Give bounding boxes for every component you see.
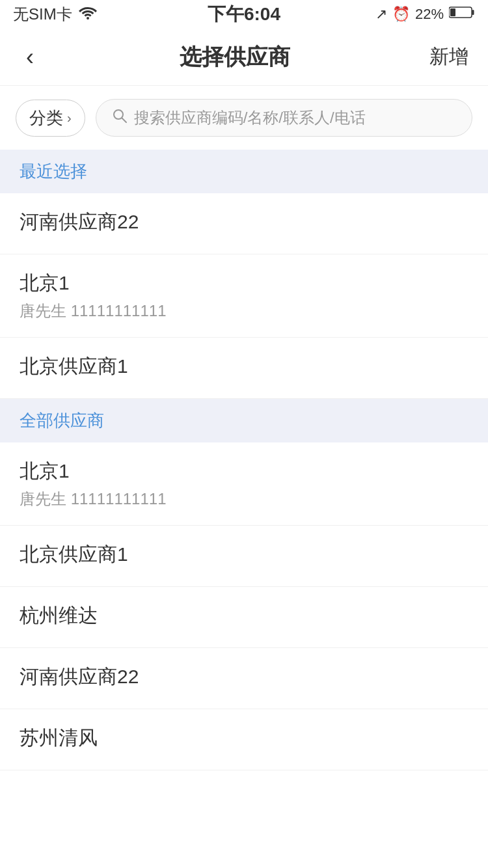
item-name: 杭州维达 bbox=[20, 603, 468, 629]
recent-items-list: 河南供应商22北京1唐先生 11111111111北京供应商1 bbox=[0, 193, 488, 399]
item-subtitle: 唐先生 11111111111 bbox=[20, 301, 468, 321]
status-bar: 无SIM卡 下午6:04 ↗ ⏰ 22% bbox=[0, 0, 488, 29]
recent-section-header: 最近选择 bbox=[0, 150, 488, 193]
item-name: 北京1 bbox=[20, 458, 468, 485]
back-button[interactable]: ‹ bbox=[20, 37, 40, 77]
item-name: 北京1 bbox=[20, 270, 468, 297]
nav-bar: ‹ 选择供应商 新增 bbox=[0, 29, 488, 86]
svg-rect-1 bbox=[472, 10, 474, 15]
list-item[interactable]: 河南供应商22 bbox=[0, 193, 488, 254]
item-name: 北京供应商1 bbox=[20, 353, 468, 380]
status-left: 无SIM卡 bbox=[13, 4, 97, 25]
search-placeholder: 搜索供应商编码/名称/联系人/电话 bbox=[134, 107, 366, 128]
page-title: 选择供应商 bbox=[180, 42, 290, 72]
list-item[interactable]: 北京供应商1 bbox=[0, 526, 488, 587]
chevron-right-icon: › bbox=[67, 111, 72, 126]
search-icon bbox=[112, 108, 128, 128]
list-item[interactable]: 苏州清风 bbox=[0, 709, 488, 770]
all-items-list: 北京1唐先生 11111111111北京供应商1杭州维达河南供应商22苏州清风 bbox=[0, 442, 488, 770]
filter-bar: 分类 › 搜索供应商编码/名称/联系人/电话 bbox=[0, 86, 488, 150]
all-section-label: 全部供应商 bbox=[20, 411, 104, 430]
list-item[interactable]: 杭州维达 bbox=[0, 587, 488, 648]
alarm-icon: ⏰ bbox=[392, 6, 410, 23]
list-item[interactable]: 北京1唐先生 11111111111 bbox=[0, 442, 488, 526]
carrier-text: 无SIM卡 bbox=[13, 4, 72, 25]
add-button[interactable]: 新增 bbox=[429, 44, 468, 70]
list-item[interactable]: 北京1唐先生 11111111111 bbox=[0, 254, 488, 338]
status-time: 下午6:04 bbox=[208, 2, 280, 27]
svg-line-4 bbox=[122, 118, 126, 123]
item-name: 北京供应商1 bbox=[20, 541, 468, 568]
item-name: 河南供应商22 bbox=[20, 664, 468, 690]
list-item[interactable]: 北京供应商1 bbox=[0, 338, 488, 399]
all-section-header: 全部供应商 bbox=[0, 399, 488, 442]
status-right: ↗ ⏰ 22% bbox=[375, 6, 475, 23]
category-button[interactable]: 分类 › bbox=[16, 100, 85, 137]
search-box[interactable]: 搜索供应商编码/名称/联系人/电话 bbox=[96, 99, 472, 137]
wifi-icon bbox=[79, 5, 97, 23]
list-item[interactable]: 河南供应商22 bbox=[0, 648, 488, 709]
recent-section-label: 最近选择 bbox=[20, 161, 87, 181]
item-name: 苏州清风 bbox=[20, 725, 468, 752]
battery-icon bbox=[449, 6, 475, 23]
category-label: 分类 bbox=[29, 107, 63, 129]
item-subtitle: 唐先生 11111111111 bbox=[20, 489, 468, 509]
location-icon: ↗ bbox=[375, 6, 387, 23]
svg-rect-2 bbox=[450, 8, 455, 16]
battery-text: 22% bbox=[415, 6, 444, 23]
item-name: 河南供应商22 bbox=[20, 209, 468, 236]
